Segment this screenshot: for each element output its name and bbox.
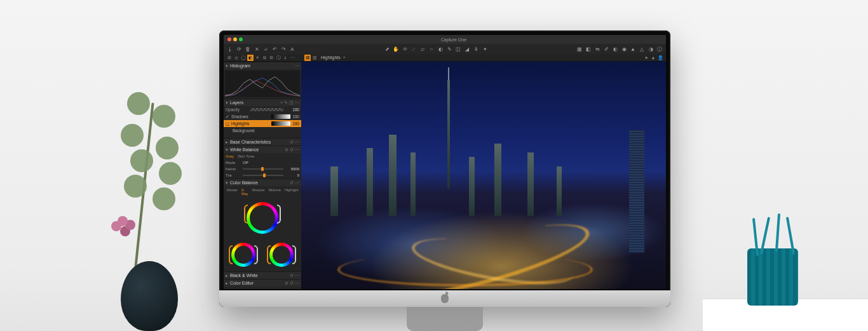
mode-value[interactable]: OP: [243, 161, 299, 165]
layer-visibility-icon[interactable]: ◻: [226, 121, 229, 126]
color-wheel-shadow[interactable]: [244, 199, 281, 236]
panel-menu-icon[interactable]: ⋯: [295, 180, 299, 186]
reset-icon[interactable]: ↺: [290, 281, 294, 286]
layout-viewer-icon[interactable]: ▥: [311, 55, 318, 61]
panel-menu-icon[interactable]: ⋯: [295, 64, 299, 69]
focus-mask-icon[interactable]: ◉: [620, 45, 628, 53]
reset-icon[interactable]: ↺: [290, 147, 294, 152]
trash-icon[interactable]: 🗑: [244, 45, 252, 53]
eraser-icon[interactable]: ◫: [454, 45, 462, 53]
tab-library-icon[interactable]: ⊞: [226, 55, 233, 61]
rotate-icon[interactable]: ⤾: [262, 45, 269, 53]
color-wheel-highlight[interactable]: [267, 240, 296, 269]
color-wheel-midtone[interactable]: [229, 240, 258, 269]
cursor-icon[interactable]: ⬈: [383, 45, 391, 53]
reset-icon[interactable]: ↺: [290, 180, 294, 186]
eraser-icon[interactable]: ◫: [289, 100, 294, 105]
redo-icon[interactable]: ↷: [280, 45, 287, 53]
tab-adjust-icon[interactable]: ⚙: [268, 55, 275, 61]
cb-tab-master[interactable]: Master: [226, 187, 239, 196]
layer-item-shadows[interactable]: ✓ Shadows 100: [224, 113, 301, 120]
color-balance-header[interactable]: ▾ Color Balance ↺⋯: [224, 179, 301, 186]
annotate-icon[interactable]: ✐: [602, 45, 610, 53]
tab-metadata-icon[interactable]: ⓘ: [275, 55, 281, 61]
panel-menu-icon[interactable]: ⋯: [295, 281, 299, 286]
black-white-header[interactable]: ▸ Black & White ↺⋯: [224, 271, 301, 279]
layer-visibility-icon[interactable]: ✓: [226, 114, 229, 119]
luminosity-range-icon[interactable]: [271, 121, 290, 126]
picker-icon[interactable]: ⤋: [285, 281, 288, 286]
panel-menu-icon[interactable]: ⋯: [295, 140, 299, 145]
histogram-graph: [225, 71, 300, 97]
picker-icon[interactable]: ⤋: [285, 147, 288, 152]
tab-details-icon[interactable]: ⧉: [261, 55, 268, 61]
base-characteristics-header[interactable]: ▸ Base Characteristics ↺⋯: [224, 138, 301, 145]
brush-icon[interactable]: ✎: [445, 45, 453, 53]
window-minimize-button[interactable]: [233, 37, 237, 41]
panel-menu-icon[interactable]: ⋯: [295, 147, 299, 152]
picker-icon[interactable]: ⤋: [472, 45, 480, 53]
close-icon[interactable]: ✕: [253, 45, 261, 53]
cb-tab-midtone[interactable]: Midtone: [268, 187, 283, 196]
warning-icon[interactable]: △: [638, 45, 646, 53]
layer-item-highlights[interactable]: ◻ Highlights 100: [224, 120, 301, 127]
brush-icon[interactable]: ✎: [284, 100, 288, 105]
histogram-panel-header[interactable]: ▾ Histogram ⋯: [224, 62, 301, 69]
layers-panel-header[interactable]: ▾ Layers + ✎ ◫ ⋯: [224, 98, 301, 106]
import-icon[interactable]: ⭳: [226, 45, 234, 53]
window-zoom-button[interactable]: [239, 37, 243, 41]
wb-tab-skin[interactable]: Skin Tone: [238, 154, 254, 158]
crop-icon[interactable]: ⧈: [401, 45, 409, 53]
add-layer-icon[interactable]: +: [280, 100, 283, 105]
mask-icon[interactable]: ◐: [437, 45, 444, 53]
panel-menu-icon[interactable]: ⋯: [295, 100, 299, 105]
cb-tab-shadow[interactable]: Shadow: [251, 187, 266, 196]
image-viewer[interactable]: [301, 62, 666, 289]
auto-icon[interactable]: ⟳: [235, 45, 243, 53]
tab-lens-icon[interactable]: ◯: [240, 55, 247, 61]
reset-icon[interactable]: ↺: [290, 140, 294, 145]
tab-batch-icon[interactable]: ⋯: [289, 55, 295, 61]
exposure-warning-icon[interactable]: ◐: [611, 45, 619, 53]
clip-icon[interactable]: ◑: [647, 45, 654, 53]
flip-icon[interactable]: ⇋: [593, 45, 601, 53]
info-icon[interactable]: ⓘ: [656, 45, 663, 53]
layer-item-background[interactable]: Background: [224, 127, 301, 134]
tool-tabs: ⊞ ◎ ◯ ◐ ☀ ⧉ ⚙ ⓘ ⤓ ⋯ ▤ ▥ Highlights + ★ ▲…: [224, 54, 666, 62]
wb-picker-icon[interactable]: ✦: [481, 45, 489, 53]
panel-menu-icon[interactable]: ⋯: [295, 273, 299, 278]
kelvin-slider[interactable]: [243, 168, 283, 170]
tab-output-icon[interactable]: ⤓: [282, 55, 288, 61]
tab-color-icon[interactable]: ◐: [247, 55, 254, 61]
hand-icon[interactable]: ✋: [392, 45, 400, 53]
grid-icon[interactable]: ▦: [576, 45, 583, 53]
cb-tab-highlight[interactable]: Highlight: [283, 187, 299, 196]
opacity-slider[interactable]: [250, 108, 283, 111]
tab-exposure-icon[interactable]: ☀: [254, 55, 261, 61]
keystone-icon[interactable]: ▱: [419, 45, 426, 53]
straighten-icon[interactable]: ⟋: [410, 45, 417, 53]
viewer-user-icon[interactable]: 👤: [657, 55, 663, 61]
luminosity-range-icon[interactable]: [271, 114, 290, 119]
rating-icon[interactable]: ★: [643, 55, 649, 61]
chevron-down-icon: ▾: [226, 180, 228, 186]
layout-browser-icon[interactable]: ▤: [304, 55, 311, 61]
compare-icon[interactable]: ◧: [585, 45, 592, 53]
viewer-proof-icon[interactable]: ▲: [650, 55, 656, 61]
tint-slider[interactable]: [243, 175, 283, 176]
tab-capture-icon[interactable]: ◎: [233, 55, 240, 61]
reset-icon[interactable]: ↺: [290, 273, 294, 278]
gradient-icon[interactable]: ◢: [463, 45, 471, 53]
proof-icon[interactable]: ▲: [629, 45, 637, 53]
cb-tab-3way[interactable]: 3-Way: [240, 187, 250, 196]
window-close-button[interactable]: [227, 37, 231, 41]
wb-tab-grey[interactable]: Grey: [226, 154, 234, 158]
color-editor-header[interactable]: ▸ Color Editor ⤋↺⋯: [224, 279, 301, 287]
add-variant-button[interactable]: +: [341, 55, 348, 61]
text-icon[interactable]: A: [288, 45, 296, 53]
undo-icon[interactable]: ↶: [271, 45, 278, 53]
mode-label: Mode: [226, 161, 241, 165]
white-balance-header[interactable]: ▾ White Balance ⤋↺⋯: [224, 145, 301, 153]
spot-icon[interactable]: ○: [428, 45, 435, 53]
panel-title: Layers: [230, 100, 243, 105]
